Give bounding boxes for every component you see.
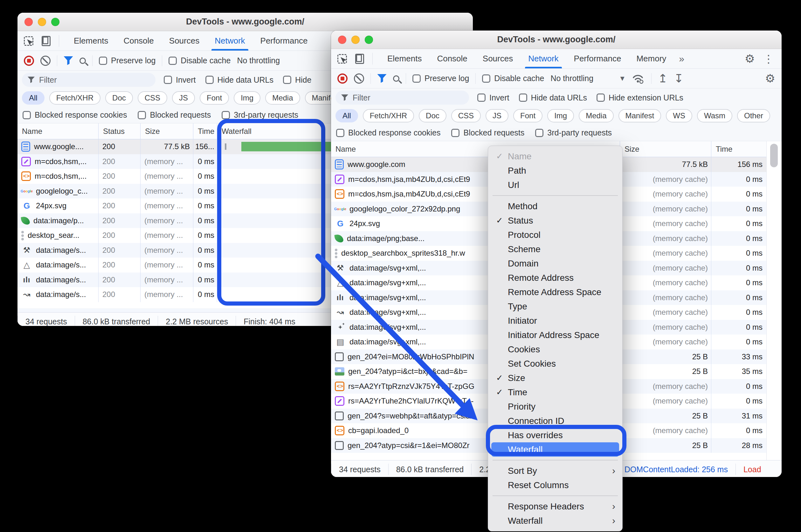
throttling-select[interactable]: No throttling (237, 56, 280, 65)
panel-tab[interactable]: Performance (253, 31, 316, 51)
panel-tab[interactable]: Memory (629, 49, 674, 69)
menu-item[interactable]: ✓ Name (488, 149, 622, 164)
filter-input[interactable]: Filter (22, 73, 155, 87)
titlebar[interactable]: DevTools - www.google.com/ (331, 31, 782, 49)
checkbox-icon[interactable] (169, 57, 177, 65)
menu-item[interactable]: Connection ID (488, 414, 622, 428)
filter-option-checkbox[interactable]: Invert (477, 93, 510, 102)
type-chip[interactable]: Font (200, 91, 229, 104)
checkbox-icon[interactable] (477, 94, 485, 102)
export-har-icon[interactable]: ↧ (674, 73, 683, 84)
menu-item[interactable]: Waterfall (491, 442, 619, 457)
titlebar[interactable]: DevTools - www.google.com/ (18, 13, 473, 31)
request-option-checkbox[interactable]: Blocked requests (138, 110, 211, 119)
panel-tab[interactable]: Performance (566, 49, 629, 69)
type-chip[interactable]: Doc (419, 109, 446, 122)
checkbox-icon[interactable] (596, 94, 605, 102)
filter-option-checkbox[interactable]: Hide data URLs (205, 75, 273, 84)
type-chip[interactable]: Other (737, 109, 770, 122)
panel-tab[interactable]: Console (429, 49, 475, 69)
disable-cache-checkbox[interactable]: Disable cache (482, 74, 544, 83)
checkbox-icon[interactable] (138, 111, 146, 119)
type-chip[interactable]: Doc (105, 91, 133, 104)
preserve-log-checkbox[interactable]: Preserve log (99, 56, 155, 65)
menu-item[interactable]: Url (488, 178, 622, 192)
column-header-size[interactable]: Size (140, 124, 193, 139)
request-option-checkbox[interactable]: Blocked response cookies (23, 110, 127, 119)
menu-item[interactable]: Response Headers › (488, 499, 622, 514)
settings-gear-icon[interactable]: ⚙ (745, 53, 755, 64)
type-chip[interactable]: WS (666, 109, 692, 122)
menu-item[interactable]: Type (488, 299, 622, 314)
panel-tab[interactable]: Elements (66, 31, 116, 51)
type-chip[interactable]: CSS (138, 91, 167, 104)
search-icon[interactable] (79, 58, 86, 64)
checkbox-icon[interactable] (519, 94, 527, 102)
type-chip[interactable]: Fetch/XHR (363, 109, 414, 122)
panel-tab[interactable]: Elements (380, 49, 429, 69)
menu-item[interactable] (493, 460, 618, 460)
disable-cache-checkbox[interactable]: Disable cache (169, 56, 231, 65)
zoom-button[interactable] (51, 18, 59, 26)
menu-item[interactable]: ✓ Size (488, 371, 622, 385)
device-toolbar-icon[interactable] (42, 36, 51, 46)
menu-item[interactable]: Has overrides (488, 428, 622, 442)
column-header-status[interactable]: Status (99, 124, 140, 139)
menu-item[interactable]: Scheme (488, 242, 622, 256)
filter-option-checkbox[interactable]: Hide extension URLs (596, 93, 683, 102)
filter-input[interactable]: Filter (336, 91, 469, 104)
device-toolbar-icon[interactable] (355, 54, 364, 64)
menu-item[interactable]: Initiator Address Space (488, 328, 622, 342)
request-option-checkbox[interactable]: Blocked response cookies (336, 128, 440, 137)
minimize-button[interactable] (38, 18, 46, 26)
record-icon[interactable] (337, 74, 347, 83)
type-chip[interactable]: All (22, 91, 44, 104)
request-option-checkbox[interactable]: 3rd-party requests (535, 128, 612, 137)
column-header-time[interactable]: Time (711, 141, 766, 157)
checkbox-icon[interactable] (164, 76, 172, 84)
checkbox-icon[interactable] (99, 57, 107, 65)
filter-option-checkbox[interactable]: Invert (164, 75, 196, 84)
checkbox-icon[interactable] (451, 129, 459, 137)
menu-item[interactable]: ✓ Status (488, 213, 622, 228)
column-header-size[interactable]: Size (620, 141, 711, 157)
checkbox-icon[interactable] (482, 74, 490, 83)
clear-icon[interactable] (40, 56, 51, 66)
search-icon[interactable] (393, 75, 399, 82)
type-chip[interactable]: JS (172, 91, 195, 104)
menu-item[interactable]: Initiator (488, 314, 622, 328)
preserve-log-checkbox[interactable]: Preserve log (413, 74, 469, 83)
panel-tab[interactable]: Network (520, 49, 566, 69)
checkbox-icon[interactable] (23, 111, 31, 119)
menu-item[interactable]: Set Cookies (488, 357, 622, 371)
column-header-time[interactable]: Time (193, 124, 217, 139)
inspect-icon[interactable] (24, 36, 33, 46)
close-button[interactable] (338, 36, 346, 44)
menu-item[interactable]: Cookies (488, 342, 622, 357)
network-conditions-icon[interactable] (632, 73, 645, 84)
menu-item[interactable]: Path (488, 164, 622, 178)
menu-item[interactable]: Waterfall › (488, 514, 622, 528)
throttling-select[interactable]: No throttling ▼ (550, 74, 626, 83)
menu-item[interactable]: ✓ Time (488, 385, 622, 399)
menu-item[interactable]: Priority (488, 399, 622, 414)
menu-item[interactable]: Remote Address (488, 271, 622, 285)
column-header-name[interactable]: Name (18, 124, 99, 139)
request-option-checkbox[interactable]: 3rd-party requests (222, 110, 298, 119)
type-chip[interactable]: Fetch/XHR (49, 91, 100, 104)
checkbox-icon[interactable] (283, 76, 291, 84)
filter-icon[interactable] (377, 74, 387, 83)
close-button[interactable] (24, 18, 33, 26)
filter-option-checkbox[interactable]: Hide data URLs (519, 93, 587, 102)
menu-item[interactable]: Sort By › (488, 463, 622, 478)
type-chip[interactable]: Media (579, 109, 613, 122)
type-chip[interactable]: JS (485, 109, 509, 122)
request-option-checkbox[interactable]: Blocked requests (451, 128, 525, 137)
checkbox-icon[interactable] (205, 76, 214, 84)
scrollbar-thumb[interactable] (770, 144, 778, 167)
type-chip[interactable]: Font (513, 109, 542, 122)
more-tabs-icon[interactable]: » (674, 49, 689, 69)
clear-icon[interactable] (354, 74, 364, 83)
panel-tab[interactable]: Sources (161, 31, 207, 51)
checkbox-icon[interactable] (336, 129, 344, 137)
